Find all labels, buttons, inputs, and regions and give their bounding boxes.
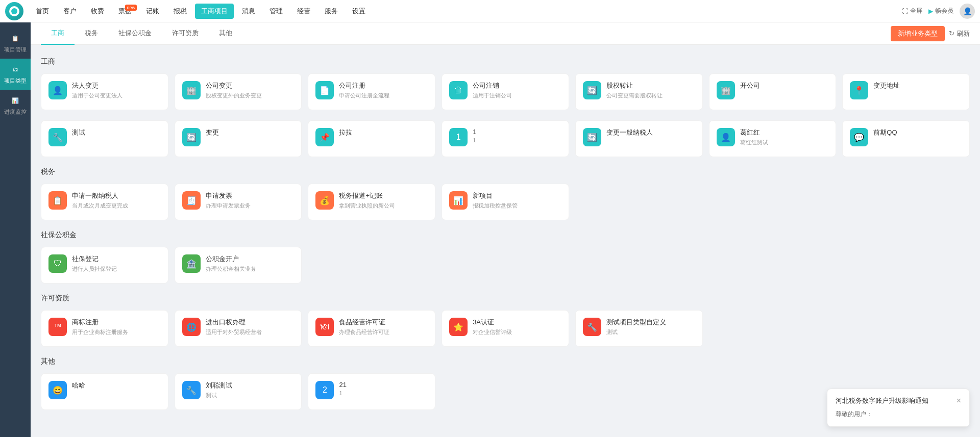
card-icon-0-4: 🔄: [583, 81, 601, 99]
card-0-2[interactable]: 📄公司注册申请公司注册全流程: [308, 73, 435, 110]
card-icon-3-1: 🏦: [182, 254, 201, 273]
card-text-4-0: 商标注册用于企业商标注册服务: [72, 318, 161, 336]
sub-tab-税务[interactable]: 税务: [75, 22, 108, 45]
card-5-2[interactable]: 2211: [308, 373, 435, 410]
nav-item-客户[interactable]: 客户: [57, 4, 83, 19]
card-1-0[interactable]: 🔧测试: [41, 120, 168, 157]
nav-item-首页[interactable]: 首页: [30, 4, 55, 19]
top-nav: 首页客户收费票据new记账报税工商项目消息管理经营服务设置 ⛶ 全屏 ▶ 畅会员…: [0, 0, 980, 22]
notification-title: 河北税务数字账户升级影响通知: [836, 396, 928, 405]
fullscreen-btn[interactable]: ⛶ 全屏: [902, 7, 922, 15]
nav-item-设置[interactable]: 设置: [346, 4, 372, 19]
sub-tab-许可资质[interactable]: 许可资质: [162, 22, 209, 45]
card-4-3[interactable]: ⭐3A认证对企业信誉评级: [442, 310, 569, 347]
nav-items: 首页客户收费票据new记账报税工商项目消息管理经营服务设置: [30, 4, 902, 19]
card-text-3-0: 社保登记进行人员社保登记: [72, 254, 161, 273]
new-type-button[interactable]: 新增业务类型: [891, 26, 945, 41]
card-desc-4-3: 对企业信誉评级: [473, 328, 561, 336]
card-1-5[interactable]: 👤葛红红葛红红测试: [709, 120, 837, 157]
user-avatar[interactable]: 👤: [960, 4, 975, 19]
card-icon-0-6: 📍: [850, 81, 868, 99]
card-text-1-3: 11: [473, 128, 561, 143]
card-0-5[interactable]: 🏢开公司: [709, 73, 837, 110]
card-name-4-0: 商标注册: [72, 318, 161, 327]
card-icon-4-1: 🌐: [182, 318, 201, 336]
card-text-1-5: 葛红红葛红红测试: [740, 128, 829, 146]
card-0-6[interactable]: 📍变更地址: [842, 73, 970, 110]
card-0-0[interactable]: 👤法人变更适用于公司变更法人: [41, 73, 168, 110]
card-5-0[interactable]: 😄哈哈: [41, 373, 168, 410]
card-name-0-5: 开公司: [740, 81, 829, 90]
nav-item-收费[interactable]: 收费: [85, 4, 110, 19]
card-2-2[interactable]: 💰税务报道+记账拿到营业执照的新公司: [308, 184, 435, 220]
card-1-6[interactable]: 💬前期QQ: [842, 120, 970, 157]
card-0-4[interactable]: 🔄股权转让公司变更需要股权转让: [575, 73, 703, 110]
refresh-label: 刷新: [957, 29, 970, 38]
fullscreen-label: 全屏: [910, 7, 922, 15]
card-4-0[interactable]: ™商标注册用于企业商标注册服务: [41, 310, 168, 347]
section-0: 工商👤法人变更适用于公司变更法人🏢公司变更股权变更外的业务变更📄公司注册申请公司…: [41, 57, 970, 110]
card-desc-5-2: 1: [339, 390, 428, 396]
card-4-4[interactable]: 🔧测试项目类型自定义测试: [575, 310, 703, 347]
card-icon-1-5: 👤: [717, 128, 735, 146]
card-name-0-1: 公司变更: [206, 81, 295, 90]
sidebar-item-进度监控[interactable]: 📊进度监控: [0, 90, 31, 121]
card-text-2-2: 税务报道+记账拿到营业执照的新公司: [339, 191, 428, 210]
card-icon-4-3: ⭐: [449, 318, 468, 336]
card-4-1[interactable]: 🌐进出口权办理适用于对外贸易经营者: [175, 310, 302, 347]
card-4-2[interactable]: 🍽食品经营许可证办理食品经营许可证: [308, 310, 435, 347]
notification-close-button[interactable]: ×: [957, 396, 961, 405]
card-text-0-1: 公司变更股权变更外的业务变更: [206, 81, 295, 99]
card-desc-4-2: 办理食品经营许可证: [339, 328, 428, 336]
sub-tabs: 工商税务社保公积金许可资质其他: [41, 22, 242, 44]
sub-tab-其他[interactable]: 其他: [209, 22, 242, 45]
card-1-1[interactable]: 🔄变更: [175, 120, 302, 157]
main-content: 工商税务社保公积金许可资质其他 新增业务类型 ↻ 刷新 工商👤法人变更适用于公司…: [31, 22, 980, 437]
nav-item-记账[interactable]: 记账: [140, 4, 165, 19]
card-1-3[interactable]: 111: [442, 120, 569, 157]
sub-tab-工商[interactable]: 工商: [41, 22, 75, 45]
card-1-2[interactable]: 📌拉拉: [308, 120, 435, 157]
sidebar-item-项目管理[interactable]: 📋项目管理: [0, 28, 31, 59]
nav-item-经营[interactable]: 经营: [291, 4, 316, 19]
card-text-0-5: 开公司: [740, 81, 829, 92]
card-text-4-4: 测试项目类型自定义测试: [606, 318, 695, 336]
card-5-1[interactable]: 🔧刘聪测试测试: [175, 373, 302, 410]
card-name-2-2: 税务报道+记账: [339, 191, 428, 200]
card-name-1-6: 前期QQ: [873, 128, 962, 137]
sidebar-label: 项目类型: [4, 77, 27, 85]
card-name-3-1: 公积金开户: [206, 254, 295, 264]
nav-item-票据[interactable]: 票据new: [112, 4, 138, 19]
card-1-4[interactable]: 🔄变更一般纳税人: [575, 120, 703, 157]
refresh-button[interactable]: ↻ 刷新: [949, 29, 970, 38]
notification-content: 尊敬的用户：: [836, 409, 961, 419]
card-icon-2-3: 📊: [449, 191, 468, 210]
card-icon-4-0: ™: [48, 318, 67, 336]
nav-item-服务[interactable]: 服务: [318, 4, 344, 19]
sidebar-item-项目类型[interactable]: 🗂项目类型: [0, 59, 31, 90]
member-btn[interactable]: ▶ 畅会员: [928, 7, 953, 15]
card-text-2-0: 申请一般纳税人当月或次月成变更完成: [72, 191, 161, 210]
nav-item-工商项目[interactable]: 工商项目: [195, 4, 234, 19]
card-0-1[interactable]: 🏢公司变更股权变更外的业务变更: [175, 73, 302, 110]
nav-right: ⛶ 全屏 ▶ 畅会员 👤: [902, 4, 975, 19]
card-text-0-4: 股权转让公司变更需要股权转让: [606, 81, 695, 99]
card-desc-4-1: 适用于对外贸易经营者: [206, 328, 295, 336]
card-desc-2-0: 当月或次月成变更完成: [72, 202, 161, 210]
card-2-1[interactable]: 🧾申请发票办理申请发票业务: [175, 184, 302, 220]
card-icon-5-2: 2: [315, 381, 334, 399]
nav-item-消息[interactable]: 消息: [236, 4, 261, 19]
card-3-1[interactable]: 🏦公积金开户办理公积金相关业务: [175, 247, 302, 284]
card-name-5-0: 哈哈: [72, 381, 161, 390]
nav-item-管理[interactable]: 管理: [263, 4, 289, 19]
sub-tab-社保公积金[interactable]: 社保公积金: [108, 22, 162, 45]
card-2-0[interactable]: 📋申请一般纳税人当月或次月成变更完成: [41, 184, 168, 220]
card-3-0[interactable]: 🛡社保登记进行人员社保登记: [41, 247, 168, 284]
card-icon-1-3: 1: [449, 128, 468, 146]
card-0-3[interactable]: 🗑公司注销适用于注销公司: [442, 73, 569, 110]
card-icon-0-1: 🏢: [182, 81, 201, 99]
card-2-3[interactable]: 📊新项目报税加税控盘保管: [442, 184, 569, 220]
nav-item-报税[interactable]: 报税: [167, 4, 193, 19]
section-1: 🔧测试🔄变更📌拉拉111🔄变更一般纳税人👤葛红红葛红红测试💬前期QQ: [41, 120, 970, 157]
play-icon: ▶: [928, 8, 933, 15]
